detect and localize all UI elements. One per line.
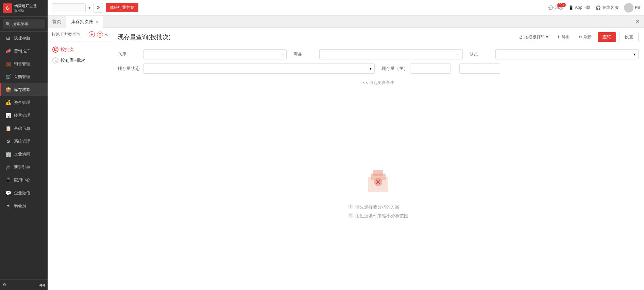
sidebar-item-basic[interactable]: 📋 基础信息 [0, 122, 48, 135]
svg-rect-2 [373, 170, 383, 176]
sidebar-item-inventory[interactable]: 📦 库存核算 [0, 83, 48, 96]
sidebar-item-system[interactable]: ⚙ 系统管理 [0, 135, 48, 148]
warehouse-input[interactable]: ··· [143, 49, 287, 59]
status-label: 状态 [470, 51, 493, 57]
footer-collapse-button[interactable]: ◀◀ [39, 283, 45, 287]
system-label: 系统管理 [14, 139, 30, 144]
online-support-action[interactable]: 🎧 在线客服 [596, 5, 618, 11]
export-button[interactable]: ⬆ 导出 [554, 33, 573, 41]
basic-icon: 📋 [5, 125, 11, 131]
product-input[interactable]: ··· [319, 49, 462, 59]
empty-tip-1: 1 请先选择要分析的方案 [348, 204, 408, 210]
status-dropdown-icon: ▾ [633, 52, 635, 57]
tab-inventory-batch[interactable]: 库存批次账 × [66, 16, 103, 28]
inventory-qty-label: 现存量（主） [382, 66, 408, 72]
edition-label: 标准版 [14, 8, 37, 13]
status-select[interactable]: ▾ [495, 49, 639, 59]
print-button[interactable]: 🖨 按模板打印 ▾ [516, 33, 551, 41]
basic-label: 基础信息 [14, 126, 30, 131]
settings-icon: ⚙ [3, 283, 6, 287]
scheme-item-warehouse-batch[interactable]: 仓 按仓库+批次 [48, 55, 112, 66]
status-field: 状态 ▾ [470, 49, 639, 59]
user-avatar [624, 3, 633, 13]
product-more-icon[interactable]: ··· [456, 52, 459, 56]
search-menu-label: 搜索菜单 [12, 21, 29, 27]
print-icon: 🖨 [519, 35, 523, 39]
collapse-conditions-button[interactable]: ∧∧ 收起更多条件 [362, 78, 394, 88]
tab-home[interactable]: 首页 [48, 16, 66, 28]
member-label: 畅会员 [14, 203, 26, 209]
print-dropdown-icon: ▾ [546, 35, 548, 39]
sidebar-item-finance[interactable]: 💰 资金管理 [0, 96, 48, 109]
empty-illustration [361, 163, 395, 197]
industry-plan-button[interactable]: 体验行业方案 [106, 3, 138, 12]
scheme-item-batch[interactable]: 批 按批次 [48, 44, 112, 55]
sidebar-item-purchase[interactable]: 🛒 采购管理 [0, 70, 48, 83]
newbie-icon: 🎓 [5, 164, 11, 170]
settings-button[interactable]: 设置 [620, 32, 639, 42]
page-header: 现存量查询(按批次) 🖨 按模板打印 ▾ ⬆ 导出 ↻ [112, 28, 644, 45]
sidebar-item-enterprise[interactable]: 🏢 企业协同 [0, 148, 48, 161]
search-icon: 🔍 [5, 22, 11, 26]
member-icon: ✦ [5, 203, 11, 209]
inventory-qty-field: 现存量（主） — [382, 64, 639, 74]
inventory-status-select[interactable]: ▾ [143, 64, 375, 74]
user-name: Rit [635, 5, 640, 10]
messages-action[interactable]: 💬 消息 99+ [548, 5, 563, 11]
empty-tip-2: 2 用过滤条件来缩小分析范围 [348, 213, 408, 219]
collapse-label: 收起更多条件 [370, 80, 394, 86]
collapse-chevron-icon: ∧∧ [362, 80, 368, 85]
purchase-label: 采购管理 [14, 74, 30, 80]
search-menu-button[interactable]: 🔍 搜索菜单 [3, 19, 45, 29]
user-profile-action[interactable]: Rit [624, 3, 640, 13]
sidebar-item-sales[interactable]: 💼 销售管理 [0, 57, 48, 70]
purchase-icon: 🛒 [5, 74, 11, 80]
tab-panel-close-button[interactable]: ✕ [631, 16, 644, 28]
inventory-qty-max-input[interactable] [459, 64, 500, 74]
app-download-action[interactable]: 📱 App下载 [569, 5, 590, 11]
quick-nav-label: 快捷导航 [14, 35, 30, 41]
support-icon: 🎧 [596, 5, 601, 10]
app-icon: 📱 [569, 5, 574, 10]
topbar-dropdown-button[interactable]: ▾ [88, 5, 91, 10]
sales-icon: 💼 [5, 61, 11, 67]
settings-circle-icon: ⚙ [97, 32, 103, 38]
page-title: 现存量查询(按批次) [118, 33, 171, 41]
collapse-icon: ◀◀ [39, 283, 45, 287]
warehouse-field: 仓库 ··· [118, 49, 287, 59]
tabs-bar: 首页 库存批次账 × ✕ [48, 16, 644, 28]
app-download-label: App下载 [575, 5, 590, 11]
topbar-settings-button[interactable]: ⚙ [94, 3, 103, 13]
sidebar-item-quick-nav[interactable]: ⊞ 快捷导航 [0, 32, 48, 44]
tip-2-num: 2 [348, 213, 353, 218]
sidebar-item-wechat[interactable]: 💬 企业微信 [0, 186, 48, 199]
add-scheme-button[interactable]: + [89, 31, 95, 37]
warehouse-more-icon[interactable]: ··· [281, 52, 284, 56]
sidebar-item-apps[interactable]: 📱 应用中心 [0, 174, 48, 186]
empty-tips: 1 请先选择要分析的方案 2 用过滤条件来缩小分析范围 [348, 204, 408, 219]
inventory-status-label: 现存量状态 [118, 66, 141, 72]
footer-settings-button[interactable]: ⚙ [3, 283, 6, 287]
tab-close-icon[interactable]: × [96, 20, 98, 24]
logo-icon: 6 [3, 3, 12, 13]
sidebar-item-marketing[interactable]: 📣 营销推广 [0, 44, 48, 57]
sidebar-item-member[interactable]: ✦ 畅会员 [0, 199, 48, 212]
topbar: ▾ ⚙ 体验行业方案 💬 消息 99+ 📱 App下载 🎧 [48, 0, 644, 16]
inventory-icon: 📦 [5, 87, 11, 93]
inventory-qty-min-input[interactable] [410, 64, 451, 74]
inventory-status-dropdown-icon: ▾ [370, 66, 372, 71]
refresh-button[interactable]: ↻ 刷新 [576, 33, 594, 41]
scheme-batch-icon: 批 [52, 47, 58, 53]
finance-label: 资金管理 [14, 100, 30, 106]
apps-label: 应用中心 [14, 177, 30, 183]
operations-icon: 📊 [5, 112, 11, 119]
topbar-search-input[interactable] [52, 3, 86, 12]
scheme-settings-button[interactable]: ⚙ [97, 31, 103, 38]
sidebar-item-operations[interactable]: 📊 经营管理 [0, 109, 48, 122]
sidebar-item-newbie[interactable]: 🎓 新手引导 [0, 161, 48, 174]
messages-badge: 99+ [557, 3, 566, 7]
filter-collapse-button[interactable]: « [105, 32, 108, 37]
query-button[interactable]: 查询 [598, 32, 616, 42]
filter-panel-header: 按以下方案查询 + ⚙ « [48, 28, 112, 41]
product-label: 商品 [293, 51, 317, 57]
